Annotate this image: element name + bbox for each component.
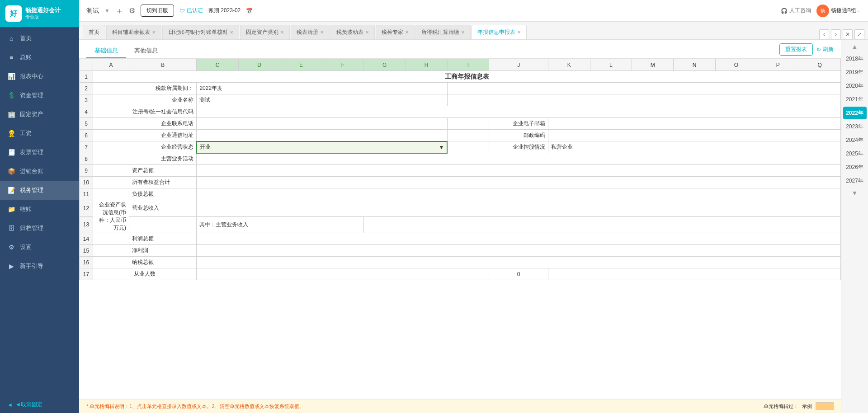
tab-prev-button[interactable]: ‹ <box>819 29 829 39</box>
cell-6-a[interactable]: 企业通信地址 <box>93 130 197 141</box>
reset-report-button[interactable]: 重置报表 <box>779 43 813 56</box>
cell-7-c[interactable]: 开业 ▼ <box>197 141 447 153</box>
cell-2-a[interactable]: 税款所属期间： <box>93 83 197 94</box>
cell-9-a[interactable] <box>93 165 129 177</box>
sidebar-item-tax[interactable]: 📝 税务管理 <box>0 181 79 200</box>
cell-8-a[interactable]: 主营业务活动 <box>93 153 197 165</box>
cell-11-c[interactable] <box>197 188 841 200</box>
year-item-2026[interactable]: 2026年 <box>843 161 867 174</box>
cell-12-a[interactable]: 企业资产状况信息(币种：人民币万元) <box>93 200 129 233</box>
tab-expand-button[interactable]: ⤢ <box>854 29 864 39</box>
cell-9-b[interactable]: 资产总额 <box>129 165 197 177</box>
sidebar-collapse-btn[interactable]: ◄ ◄取消固定 <box>0 396 79 413</box>
tab-tax-return[interactable]: 税表清册 ✕ <box>291 25 330 39</box>
refresh-button[interactable]: ↻ 刷新 <box>816 43 834 56</box>
tab-next-button[interactable]: › <box>831 29 841 39</box>
cell-15-a[interactable] <box>93 245 129 257</box>
cell-4-c[interactable] <box>197 106 841 118</box>
settings-button[interactable]: ⚙ <box>129 6 135 15</box>
cell-6-j[interactable]: 邮政编码 <box>489 130 548 141</box>
dropdown-arrow-icon[interactable]: ▼ <box>104 8 110 14</box>
cell-16-c[interactable] <box>197 257 841 268</box>
sidebar-item-invoices[interactable]: 🧾 发票管理 <box>0 143 79 162</box>
sidebar-item-funds[interactable]: 💲 资金管理 <box>0 86 79 105</box>
cell-5-k[interactable] <box>548 118 841 130</box>
year-item-2027[interactable]: 2027年 <box>843 174 867 187</box>
tab-annual-report[interactable]: 年报信息申报表 ✕ <box>472 25 527 39</box>
tab-fixed-asset-cat[interactable]: 固定资产类别 ✕ <box>240 25 290 39</box>
year-item-2020[interactable]: 2020年 <box>843 80 867 92</box>
cell-17-j[interactable]: 0 <box>489 268 548 280</box>
tab-journal-bank[interactable]: 日记账与银行对账单核对 ✕ <box>162 25 239 39</box>
cell-4-a[interactable]: 注册号/统一社会信用代码 <box>93 106 197 118</box>
cell-14-a[interactable] <box>93 233 129 245</box>
user-profile[interactable]: 畅 畅捷通B组... <box>816 5 861 17</box>
year-item-2019[interactable]: 2019年 <box>843 66 867 79</box>
year-item-2025[interactable]: 2025年 <box>843 147 867 160</box>
cell-3-j[interactable] <box>447 94 840 106</box>
cell-5-c[interactable] <box>197 118 447 130</box>
cell-2-c[interactable]: 2022年度 <box>197 83 447 94</box>
cell-1-title[interactable]: 工商年报信息表 <box>93 71 841 83</box>
cell-17-k[interactable] <box>548 268 841 280</box>
tab-home[interactable]: 首页 <box>83 25 105 39</box>
service-button[interactable]: 🎧 人工咨询 <box>781 7 811 14</box>
sidebar-item-purchase-sales[interactable]: 📦 进销台账 <box>0 162 79 181</box>
cell-7-j[interactable]: 企业控股情况 <box>489 141 548 153</box>
year-item-2023[interactable]: 2023年 <box>843 120 867 133</box>
cell-10-c[interactable] <box>197 177 841 188</box>
year-item-2024[interactable]: 2024年 <box>843 134 867 146</box>
cell-7-a[interactable]: 企业经营状态 <box>93 141 197 153</box>
cell-10-a[interactable] <box>93 177 129 188</box>
cell-7-k[interactable]: 私营企业 <box>548 141 841 153</box>
cell-17-a[interactable]: 从业人数 <box>93 268 197 280</box>
year-item-2021[interactable]: 2021年 <box>843 93 867 106</box>
sidebar-item-reports[interactable]: 📊 报表中心 <box>0 67 79 86</box>
cell-12-c[interactable] <box>197 200 841 217</box>
sidebar-item-ledger[interactable]: ≡ 总账 <box>0 48 79 67</box>
cell-16-b[interactable]: 纳税总额 <box>129 257 197 268</box>
tab-close-icon[interactable]: ✕ <box>517 30 521 35</box>
cell-15-b[interactable]: 净利润 <box>129 245 197 257</box>
subtab-other[interactable]: 其他信息 <box>126 44 166 58</box>
tab-close-icon[interactable]: ✕ <box>152 30 156 35</box>
tab-close-icon[interactable]: ✕ <box>230 30 233 35</box>
cell-14-b[interactable]: 利润总额 <box>129 233 197 245</box>
cell-7-i[interactable] <box>447 141 489 153</box>
subtab-basic[interactable]: 基础信息 <box>86 44 126 58</box>
year-scroll-up-button[interactable]: ▲ <box>843 42 867 52</box>
sidebar-item-wages[interactable]: 👷 工资 <box>0 124 79 143</box>
cell-14-c[interactable] <box>197 233 841 245</box>
tab-close-icon[interactable]: ✕ <box>405 30 409 35</box>
tab-tax-fluctuation[interactable]: 税负波动表 ✕ <box>330 25 375 39</box>
cell-9-c[interactable] <box>197 165 841 177</box>
cell-6-k[interactable] <box>548 130 841 141</box>
dropdown-arrow-icon[interactable]: ▼ <box>439 144 444 150</box>
cell-16-a[interactable] <box>93 257 129 268</box>
sidebar-item-settings[interactable]: ⚙ 设置 <box>0 238 79 257</box>
sidebar-item-fixed-assets[interactable]: 🏢 固定资产 <box>0 105 79 124</box>
cell-6-c[interactable] <box>197 130 447 141</box>
switch-old-version-button[interactable]: 切到旧版 <box>141 5 174 17</box>
year-item-2022[interactable]: 2022年 <box>843 107 867 119</box>
tab-close-icon[interactable]: ✕ <box>365 30 369 35</box>
tab-close-all-button[interactable]: ✕ <box>843 29 853 39</box>
year-scroll-down-button[interactable]: ▼ <box>843 188 867 198</box>
sidebar-item-guide[interactable]: ▶ 新手引导 <box>0 257 79 276</box>
cell-10-b[interactable]: 所有者权益合计 <box>129 177 197 188</box>
tab-aux-balance[interactable]: 科目辅助余额表 ✕ <box>106 25 161 39</box>
cell-13-g[interactable] <box>364 216 841 233</box>
tab-close-icon[interactable]: ✕ <box>461 30 465 35</box>
cell-13-b[interactable] <box>129 216 197 233</box>
cell-17-c[interactable] <box>197 268 489 280</box>
cell-5-i[interactable] <box>447 118 489 130</box>
cell-3-a[interactable]: 企业名称 <box>93 94 197 106</box>
sidebar-item-home[interactable]: ⌂ 首页 <box>0 29 79 48</box>
cell-11-b[interactable]: 负债总额 <box>129 188 197 200</box>
cell-2-j[interactable] <box>447 83 840 94</box>
sidebar-item-archive[interactable]: 🗄 归档管理 <box>0 219 79 238</box>
cell-5-a[interactable]: 企业联系电话 <box>93 118 197 130</box>
tab-income-tax[interactable]: 所得税汇算清缴 ✕ <box>415 25 471 39</box>
tab-close-icon[interactable]: ✕ <box>320 30 324 35</box>
add-button[interactable]: ＋ <box>115 5 123 16</box>
